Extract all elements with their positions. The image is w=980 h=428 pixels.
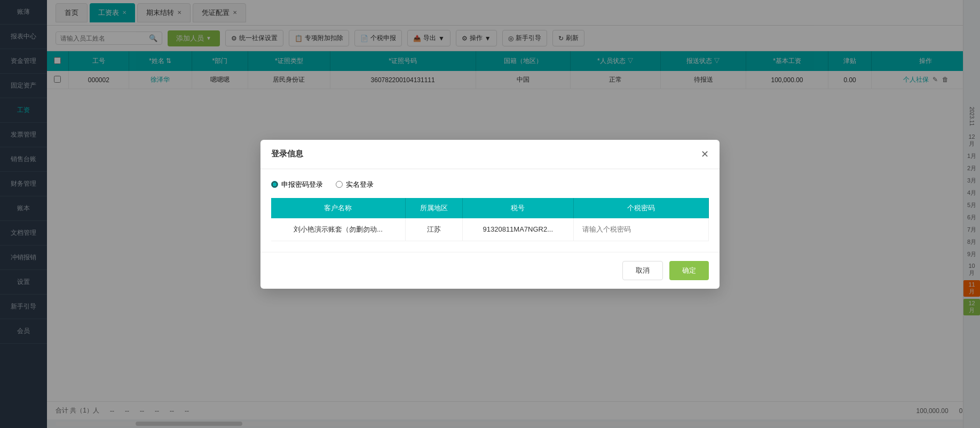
client-table: 客户名称 所属地区 税号 个税密码 刘小艳演示账套（勿删勿动... 江苏	[271, 198, 709, 241]
login-method-group: 申报密码登录 实名登录	[271, 180, 709, 189]
dialog-table-header-row: 客户名称 所属地区 税号 个税密码	[271, 198, 709, 218]
col-tax-password: 个税密码	[573, 198, 709, 218]
tax-password-input[interactable]	[582, 225, 700, 233]
radio-password-text: 申报密码登录	[281, 180, 323, 189]
dialog-title: 登录信息	[271, 149, 303, 159]
client-name-cell: 刘小艳演示账套（勿删勿动...	[271, 218, 405, 241]
region-cell: 江苏	[405, 218, 462, 241]
tax-password-cell	[573, 218, 709, 241]
col-region: 所属地区	[405, 198, 462, 218]
cancel-button[interactable]: 取消	[622, 261, 663, 280]
radio-password-input[interactable]	[271, 181, 278, 188]
radio-realname-label[interactable]: 实名登录	[336, 180, 374, 189]
radio-password-label[interactable]: 申报密码登录	[271, 180, 323, 189]
tax-no-cell: 91320811MA7NGR2...	[463, 218, 573, 241]
confirm-button[interactable]: 确定	[669, 261, 709, 280]
login-dialog: 登录信息 ✕ 申报密码登录 实名登录 客户名称 所属地区	[260, 140, 720, 289]
dialog-body: 申报密码登录 实名登录 客户名称 所属地区 税号 个税密码	[260, 169, 720, 252]
dialog-close-icon[interactable]: ✕	[701, 148, 709, 160]
dialog-header: 登录信息 ✕	[260, 140, 720, 169]
col-tax-no: 税号	[463, 198, 573, 218]
dialog-footer: 取消 确定	[260, 252, 720, 289]
radio-realname-text: 实名登录	[346, 180, 374, 189]
radio-realname-input[interactable]	[336, 181, 343, 188]
client-region: 江苏	[427, 225, 441, 233]
client-name: 刘小艳演示账套（勿删勿动...	[294, 225, 383, 233]
dialog-table-row: 刘小艳演示账套（勿删勿动... 江苏 91320811MA7NGR2...	[271, 218, 709, 241]
client-tax-no: 91320811MA7NGR2...	[483, 225, 554, 233]
dialog-overlay: 登录信息 ✕ 申报密码登录 实名登录 客户名称 所属地区	[0, 0, 980, 428]
col-client-name: 客户名称	[271, 198, 405, 218]
